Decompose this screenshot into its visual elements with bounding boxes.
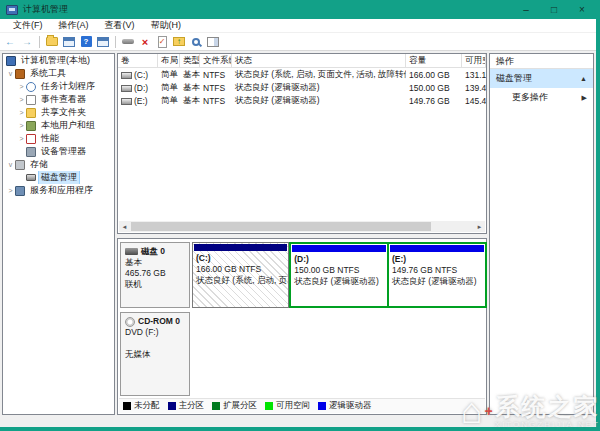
- legend-logical-drive: 逻辑驱动器: [318, 400, 372, 412]
- partition-e[interactable]: (E:) 149.76 GB NTFS 状态良好 (逻辑驱动器): [389, 244, 485, 306]
- sidebar-item-local-users-groups[interactable]: > 本地用户和组: [3, 119, 114, 132]
- legend-color-swatch: [168, 402, 176, 410]
- disk-icon: [125, 248, 138, 255]
- collapse-icon[interactable]: ▲: [580, 75, 587, 82]
- show-console-tree-icon[interactable]: [45, 35, 59, 49]
- chevron-right-icon: ▶: [582, 94, 587, 102]
- menu-view[interactable]: 查看(V): [97, 19, 143, 32]
- table-row-volume-e[interactable]: (E:) 简单 基本 NTFS 状态良好 (逻辑驱动器) 149.76 GB 1…: [118, 94, 486, 107]
- services-icon: [15, 186, 25, 196]
- col-free[interactable]: 可用空间: [462, 54, 486, 67]
- sidebar-item-performance[interactable]: > 性能: [3, 132, 114, 145]
- volume-list-header: 卷 布局 类型 文件系统 状态 容量 可用空间: [118, 54, 486, 68]
- computer-management-window: 计算机管理 – □ × 文件(F) 操作(A) 查看(V) 帮助(H) ← → …: [0, 0, 596, 427]
- expander-icon[interactable]: >: [17, 83, 26, 90]
- legend-color-swatch: [318, 402, 326, 410]
- partition-legend: 未分配 主分区 扩展分区 可用空间: [119, 398, 485, 413]
- volume-list: 卷 布局 类型 文件系统 状态 容量 可用空间 (C:) 简单 基本 NTFS …: [117, 53, 487, 234]
- tool-icon[interactable]: [121, 35, 135, 49]
- col-type[interactable]: 类型: [180, 54, 200, 67]
- expander-icon[interactable]: >: [17, 135, 26, 142]
- delete-volume-icon[interactable]: ×: [138, 35, 152, 49]
- actions-header: 操作: [490, 54, 593, 69]
- main-content: 计算机管理(本地) v 系统工具 > 任务计划程序 > 事件查看器: [0, 51, 596, 427]
- forward-icon[interactable]: →: [20, 35, 34, 49]
- check-document-icon[interactable]: ✓: [155, 35, 169, 49]
- sidebar-item-computer-management[interactable]: 计算机管理(本地): [3, 54, 114, 67]
- extended-partition: (D:) 150.00 GB NTFS 状态良好 (逻辑驱动器) (E:): [289, 242, 486, 308]
- primary-partition-bar: [194, 244, 287, 251]
- col-layout[interactable]: 布局: [158, 54, 180, 67]
- cdrom-0-header[interactable]: CD-ROM 0 DVD (F:) 无媒体: [120, 312, 190, 396]
- console-window-icon[interactable]: [96, 35, 110, 49]
- disk-graphical-view: 磁盘 0 基本 465.76 GB 联机 (C:) 166.00 GB NTFS…: [117, 238, 487, 415]
- more-actions-item[interactable]: 更多操作 ▶: [490, 88, 593, 107]
- shared-folders-icon: [26, 108, 36, 118]
- expander-icon[interactable]: >: [17, 109, 26, 116]
- desktop-background: 计算机管理 – □ × 文件(F) 操作(A) 查看(V) 帮助(H) ← → …: [0, 0, 600, 431]
- actions-group-disk-management[interactable]: 磁盘管理 ▲: [490, 69, 593, 88]
- expander-icon[interactable]: v: [6, 70, 15, 77]
- back-icon[interactable]: ←: [3, 35, 17, 49]
- menu-action[interactable]: 操作(A): [51, 19, 97, 32]
- expander-icon[interactable]: >: [6, 187, 15, 194]
- logical-drive-bar: [292, 245, 386, 252]
- computer-management-icon: [6, 5, 18, 15]
- disk-management-icon: [26, 174, 36, 181]
- scrollbar-thumb[interactable]: [131, 222, 431, 231]
- action-pane-icon[interactable]: [206, 35, 220, 49]
- sidebar-item-services-applications[interactable]: > 服务和应用程序: [3, 184, 114, 197]
- legend-color-swatch: [123, 402, 131, 410]
- cdrom-status: 无媒体: [125, 349, 185, 360]
- help-icon[interactable]: ?: [79, 35, 93, 49]
- scroll-right-icon[interactable]: ►: [474, 224, 485, 230]
- title-bar: 计算机管理 – □ ×: [0, 0, 596, 19]
- sidebar-item-system-tools[interactable]: v 系统工具: [3, 67, 114, 80]
- close-button[interactable]: ×: [568, 0, 596, 19]
- partition-d[interactable]: (D:) 150.00 GB NTFS 状态良好 (逻辑驱动器): [291, 244, 387, 306]
- col-status[interactable]: 状态: [232, 54, 406, 67]
- table-row-volume-d[interactable]: (D:) 简单 基本 NTFS 状态良好 (逻辑驱动器) 150.00 GB 1…: [118, 81, 486, 94]
- expander-icon[interactable]: v: [6, 161, 15, 168]
- table-row-volume-c[interactable]: (C:) 简单 基本 NTFS 状态良好 (系统, 启动, 页面文件, 活动, …: [118, 68, 486, 81]
- sidebar-item-storage[interactable]: v 存储: [3, 158, 114, 171]
- col-filesystem[interactable]: 文件系统: [200, 54, 232, 67]
- sidebar-item-event-viewer[interactable]: > 事件查看器: [3, 93, 114, 106]
- search-icon[interactable]: [189, 35, 203, 49]
- expander-icon[interactable]: >: [17, 122, 26, 129]
- sidebar-item-task-scheduler[interactable]: > 任务计划程序: [3, 80, 114, 93]
- storage-icon: [15, 160, 25, 170]
- col-capacity[interactable]: 容量: [406, 54, 462, 67]
- disk-0-header[interactable]: 磁盘 0 基本 465.76 GB 联机: [120, 242, 190, 308]
- system-tools-icon: [15, 69, 25, 79]
- toolbar-separator: [115, 36, 116, 48]
- menu-file[interactable]: 文件(F): [5, 19, 51, 32]
- col-volume[interactable]: 卷: [118, 54, 158, 67]
- toolbar-separator: [39, 36, 40, 48]
- sidebar-item-device-manager[interactable]: 设备管理器: [3, 145, 114, 158]
- console-tree: 计算机管理(本地) v 系统工具 > 任务计划程序 > 事件查看器: [2, 53, 115, 415]
- disk-size: 465.76 GB: [125, 268, 185, 279]
- menu-bar: 文件(F) 操作(A) 查看(V) 帮助(H): [0, 19, 596, 33]
- logical-drive-bar: [390, 245, 484, 252]
- legend-extended-partition: 扩展分区: [212, 400, 257, 412]
- partition-c[interactable]: (C:) 166.00 GB NTFS 状态良好 (系统, 启动, 页面: [192, 242, 289, 308]
- maximize-button[interactable]: □: [540, 0, 568, 19]
- computer-icon: [6, 56, 16, 66]
- volume-icon: [121, 85, 132, 92]
- disk-0-block: 磁盘 0 基本 465.76 GB 联机 (C:) 166.00 GB NTFS…: [120, 242, 478, 308]
- disk-type: 基本: [125, 257, 185, 268]
- console-window-icon[interactable]: [62, 35, 76, 49]
- sidebar-item-shared-folders[interactable]: > 共享文件夹: [3, 106, 114, 119]
- minimize-button[interactable]: –: [512, 0, 540, 19]
- horizontal-scrollbar[interactable]: ◄ ►: [119, 221, 485, 232]
- menu-help[interactable]: 帮助(H): [143, 19, 190, 32]
- cdrom-0-block: CD-ROM 0 DVD (F:) 无媒体: [120, 312, 478, 396]
- legend-free-space: 可用空间: [265, 400, 310, 412]
- expander-icon[interactable]: >: [17, 96, 26, 103]
- sidebar-item-disk-management[interactable]: 磁盘管理: [3, 171, 114, 184]
- legend-unallocated: 未分配: [123, 400, 160, 412]
- disk-status: 联机: [125, 279, 185, 290]
- up-folder-icon[interactable]: ↑: [172, 35, 186, 49]
- scroll-left-icon[interactable]: ◄: [119, 224, 130, 230]
